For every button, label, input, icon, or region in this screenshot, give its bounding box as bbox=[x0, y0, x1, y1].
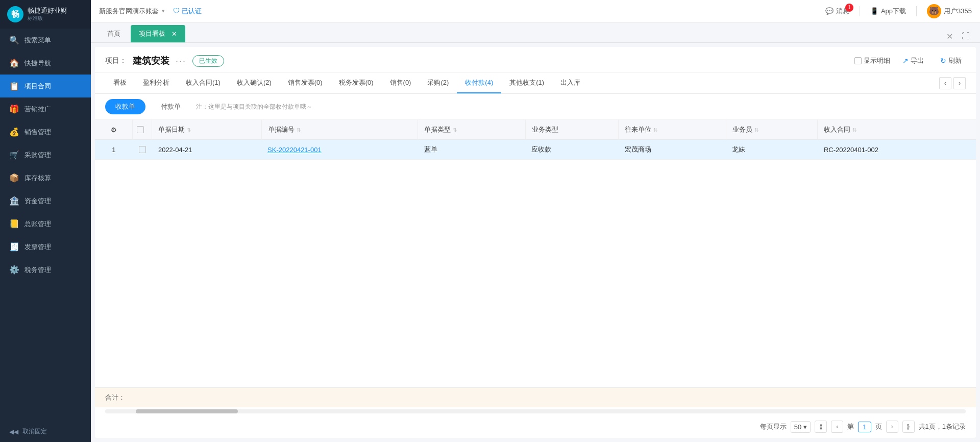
sidebar-item-quick[interactable]: 🏠 快捷导航 bbox=[0, 52, 91, 75]
th-salesman[interactable]: 业务员 ⇅ bbox=[726, 120, 818, 140]
th-number[interactable]: 单据编号 ⇅ bbox=[261, 120, 418, 140]
tab-close-button[interactable]: ✕ bbox=[172, 30, 177, 38]
per-page-select[interactable]: 50 ▾ bbox=[791, 421, 811, 433]
export-button[interactable]: ↗ 导出 bbox=[898, 54, 928, 67]
td-income-contract: RC-20220401-002 bbox=[818, 140, 976, 160]
export-icon: ↗ bbox=[902, 57, 909, 65]
logo-sub: 标准版 bbox=[28, 15, 67, 22]
sidebar-item-search[interactable]: 🔍 搜索菜单 bbox=[0, 29, 91, 52]
sub-tab-sales-invoice[interactable]: 销售发票(0) bbox=[280, 73, 331, 93]
payment-btn[interactable]: 付款单 bbox=[151, 99, 191, 114]
project-header-right: 显示明细 ↗ 导出 ↻ 刷新 bbox=[854, 54, 966, 67]
contract-icon: 📋 bbox=[9, 81, 19, 91]
sidebar-item-purchase[interactable]: 🛒 采购管理 bbox=[0, 143, 91, 166]
message-icon: 💬 bbox=[825, 7, 834, 15]
show-detail-label: 显示明细 bbox=[864, 56, 890, 65]
th-gear[interactable]: ⚙ bbox=[95, 120, 133, 140]
tab-project-board[interactable]: 项目看板 ✕ bbox=[131, 25, 185, 42]
sort-icon: ⇅ bbox=[852, 127, 856, 133]
td-seq: 1 bbox=[95, 140, 133, 160]
app-download-button[interactable]: 📱 App下载 bbox=[870, 7, 906, 16]
export-label: 导出 bbox=[911, 56, 924, 65]
td-date: 2022-04-21 bbox=[152, 140, 261, 160]
project-more-button[interactable]: ··· bbox=[176, 56, 186, 66]
sub-tab-income-confirm[interactable]: 收入确认(2) bbox=[229, 73, 280, 93]
sub-tab-profit[interactable]: 盈利分析 bbox=[135, 73, 178, 93]
phone-icon: 📱 bbox=[870, 7, 878, 15]
document-number-link[interactable]: SK-20220421-001 bbox=[267, 146, 322, 154]
maximize-window-button[interactable]: ⛶ bbox=[960, 30, 972, 42]
sidebar-cancel-fixed[interactable]: ◀◀ 取消固定 bbox=[0, 421, 91, 442]
tab-home[interactable]: 首页 bbox=[99, 25, 129, 42]
refresh-button[interactable]: ↻ 刷新 bbox=[936, 54, 966, 67]
project-header: 项目： 建筑安装 ··· 已生效 显示明细 ↗ 导出 ↻ 刷新 bbox=[95, 47, 976, 73]
scroll-area bbox=[95, 407, 976, 415]
project-name: 建筑安装 bbox=[133, 55, 169, 67]
total-info: 共1页，1条记录 bbox=[919, 422, 966, 431]
last-page-button[interactable]: ⟫ bbox=[902, 421, 915, 433]
prev-page-button[interactable]: ‹ bbox=[831, 421, 843, 433]
th-income-contract[interactable]: 收入合同 ⇅ bbox=[818, 120, 976, 140]
sub-tab-in-out[interactable]: 出入库 bbox=[552, 73, 589, 93]
refresh-label: 刷新 bbox=[948, 56, 962, 65]
search-icon: 🔍 bbox=[9, 35, 19, 45]
sub-tab-kanban[interactable]: 看板 bbox=[105, 73, 135, 93]
user-name: 用户3355 bbox=[944, 7, 972, 16]
sub-tab-income-contract[interactable]: 收入合同(1) bbox=[178, 73, 229, 93]
close-window-button[interactable]: ✕ bbox=[943, 30, 955, 42]
total-label: 合计： bbox=[105, 394, 125, 401]
marketing-icon: 🎁 bbox=[9, 104, 19, 114]
sort-icon: ⇅ bbox=[297, 127, 301, 133]
sub-tab-other-expense[interactable]: 其他收支(1) bbox=[501, 73, 552, 93]
th-biz-type[interactable]: 业务类型 bbox=[525, 120, 618, 140]
show-detail-toggle[interactable]: 显示明细 bbox=[854, 56, 890, 65]
sub-tab-prev-button[interactable]: ‹ bbox=[939, 77, 951, 89]
th-checkbox[interactable] bbox=[133, 120, 152, 140]
sidebar-item-invoice[interactable]: 🧾 发票管理 bbox=[0, 235, 91, 258]
receipt-btn[interactable]: 收款单 bbox=[105, 99, 145, 114]
logo-text: 畅捷通好业财 bbox=[28, 7, 67, 15]
horizontal-scrollbar[interactable] bbox=[105, 409, 966, 413]
show-detail-checkbox[interactable] bbox=[854, 57, 862, 64]
td-type: 蓝单 bbox=[418, 140, 526, 160]
sidebar-item-contract[interactable]: 📋 项目合同 bbox=[0, 75, 91, 97]
sidebar-item-marketing[interactable]: 🎁 营销推广 bbox=[0, 97, 91, 120]
ledger-icon: 📒 bbox=[9, 219, 19, 229]
sidebar-scroll: 🔍 搜索菜单 🏠 快捷导航 📋 项目合同 🎁 营销推广 💰 销售管理 🛒 采购管… bbox=[0, 29, 91, 421]
window-controls: ✕ ⛶ bbox=[943, 30, 972, 42]
next-page-button[interactable]: › bbox=[886, 421, 898, 433]
home-icon: 🏠 bbox=[9, 58, 19, 68]
messages-button[interactable]: 💬 消息 1 bbox=[825, 7, 849, 16]
sidebar-item-tax[interactable]: ⚙️ 税务管理 bbox=[0, 258, 91, 281]
th-type[interactable]: 单据类型 ⇅ bbox=[418, 120, 526, 140]
sub-tab-receipt[interactable]: 收付款(4) bbox=[457, 73, 501, 93]
select-all-checkbox[interactable] bbox=[137, 126, 144, 133]
user-menu[interactable]: 🐻 用户3355 bbox=[927, 4, 972, 18]
sidebar-item-label: 营销推广 bbox=[24, 105, 51, 114]
sidebar-item-sales[interactable]: 💰 销售管理 bbox=[0, 120, 91, 143]
action-bar: 收款单 付款单 注：这里是与项目关联的全部收付款单哦～ bbox=[95, 94, 976, 120]
td-number[interactable]: SK-20220421-001 bbox=[261, 140, 418, 160]
sidebar-item-label: 快捷导航 bbox=[24, 59, 51, 68]
topbar-actions: 💬 消息 1 📱 App下载 🐻 用户3355 bbox=[825, 4, 972, 18]
pagination: 每页显示 50 ▾ ⟪ ‹ 第 1 页 › ⟫ 共1页，1条记录 bbox=[95, 415, 976, 438]
th-partner[interactable]: 往来单位 ⇅ bbox=[619, 120, 726, 140]
action-note: 注：这里是与项目关联的全部收付款单哦～ bbox=[196, 103, 312, 111]
table-row[interactable]: 1 2022-04-21 SK-20220421-001 蓝单 应收款 宏茂商场… bbox=[95, 140, 976, 160]
sub-tab-next-button[interactable]: › bbox=[953, 77, 966, 89]
sidebar-item-ledger[interactable]: 📒 总账管理 bbox=[0, 212, 91, 235]
sub-tab-tax-invoice[interactable]: 税务发票(0) bbox=[331, 73, 382, 93]
sub-tab-purchase[interactable]: 采购(2) bbox=[419, 73, 457, 93]
td-check[interactable] bbox=[133, 140, 152, 160]
row-checkbox[interactable] bbox=[139, 146, 146, 153]
topbar-account[interactable]: 新服务官网演示账套 ▾ bbox=[99, 7, 165, 16]
scrollbar-thumb[interactable] bbox=[136, 409, 238, 413]
sub-tab-sales[interactable]: 销售(0) bbox=[382, 73, 420, 93]
td-partner: 宏茂商场 bbox=[619, 140, 726, 160]
data-table: ⚙ 单据日期 ⇅ 单据编号 bbox=[95, 120, 976, 160]
first-page-button[interactable]: ⟪ bbox=[815, 421, 827, 433]
sidebar-item-inventory[interactable]: 📦 库存核算 bbox=[0, 166, 91, 189]
th-date[interactable]: 单据日期 ⇅ bbox=[152, 120, 261, 140]
message-badge: 1 bbox=[845, 4, 853, 12]
sidebar-item-funds[interactable]: 🏦 资金管理 bbox=[0, 189, 91, 212]
